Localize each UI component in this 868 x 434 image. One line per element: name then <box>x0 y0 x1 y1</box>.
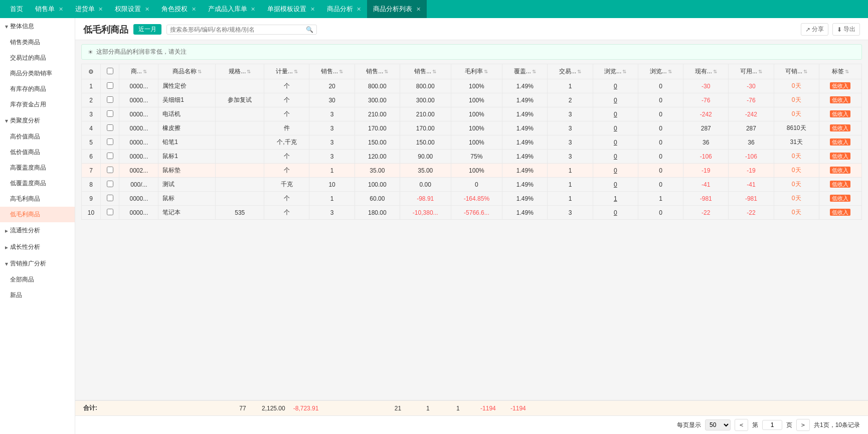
col-available-stock[interactable]: 可用...⇅ <box>729 64 774 79</box>
row-select-checkbox[interactable] <box>107 124 113 131</box>
row-checkbox[interactable] <box>101 206 119 220</box>
row-current-stock: -242 <box>683 107 729 121</box>
col-view2[interactable]: 浏览...⇅ <box>638 64 683 79</box>
row-view1[interactable]: 0 <box>593 206 638 220</box>
sidebar-group-growth[interactable]: ▸ 成长性分析 <box>0 239 75 255</box>
nav-analysis-list[interactable]: 商品分析列表 ✕ <box>367 0 427 18</box>
sidebar-item-high-coverage[interactable]: 高覆盖度商品 <box>0 160 75 176</box>
row-select-checkbox[interactable] <box>107 110 113 117</box>
row-select-checkbox[interactable] <box>107 195 113 201</box>
page-number-input[interactable] <box>762 420 782 430</box>
row-sales-amount: 120.00 <box>355 150 400 164</box>
col-current-stock[interactable]: 现有...⇅ <box>683 64 729 79</box>
col-view1[interactable]: 浏览...⇅ <box>593 64 638 79</box>
sidebar-item-in-stock[interactable]: 有库存的商品 <box>0 81 75 97</box>
sidebar-item-high-value[interactable]: 高价值商品 <box>0 129 75 144</box>
col-settings[interactable]: ⚙ <box>82 64 101 79</box>
table-wrapper[interactable]: ⚙ 商...⇅ 商品名称⇅ 规格...⇅ 计量...⇅ 销售...⇅ 销售...… <box>75 64 868 400</box>
sidebar-item-category-rate[interactable]: 商品分类助销率 <box>0 66 75 81</box>
nav-template[interactable]: 单据模板设置 ✕ <box>261 0 321 18</box>
row-select-checkbox[interactable] <box>107 82 113 89</box>
row-gross-margin: 100% <box>451 93 502 107</box>
close-icon[interactable]: ✕ <box>416 6 421 12</box>
search-box: 🔍 <box>166 25 317 35</box>
nav-product-entry[interactable]: 产成品入库单 ✕ <box>202 0 262 18</box>
row-select-checkbox[interactable] <box>107 181 113 187</box>
col-spec[interactable]: 规格...⇅ <box>216 64 264 79</box>
col-checkbox[interactable] <box>101 64 119 79</box>
sidebar-item-traded[interactable]: 交易过的商品 <box>0 50 75 66</box>
row-select-checkbox[interactable] <box>107 167 113 173</box>
close-icon[interactable]: ✕ <box>251 6 255 12</box>
search-input[interactable] <box>170 26 304 33</box>
row-select-checkbox[interactable] <box>107 138 113 145</box>
sidebar-item-capital[interactable]: 库存资金占用 <box>0 97 75 112</box>
row-view1[interactable]: 0 <box>593 178 638 192</box>
col-transaction[interactable]: 交易...⇅ <box>548 64 593 79</box>
col-name[interactable]: 商品名称⇅ <box>158 64 216 79</box>
close-icon[interactable]: ✕ <box>98 6 103 12</box>
sidebar-item-all-goods[interactable]: 全部商品 <box>0 272 75 287</box>
close-icon[interactable]: ✕ <box>357 6 361 12</box>
row-coverage: 1.49% <box>502 107 548 121</box>
col-coverage[interactable]: 覆盖...⇅ <box>502 64 548 79</box>
search-icon[interactable]: 🔍 <box>306 26 313 33</box>
row-select-checkbox[interactable] <box>107 153 113 159</box>
select-all-checkbox[interactable] <box>107 68 113 74</box>
next-page-btn[interactable]: ＞ <box>796 419 810 431</box>
row-view1[interactable]: 1 <box>593 192 638 206</box>
row-view1[interactable]: 0 <box>593 93 638 107</box>
row-view1[interactable]: 0 <box>593 79 638 93</box>
row-checkbox[interactable] <box>101 107 119 121</box>
col-sales-qty[interactable]: 销售...⇅ <box>309 64 355 79</box>
col-code[interactable]: 商...⇅ <box>119 64 158 79</box>
export-button[interactable]: ⬇ 导出 <box>832 23 860 36</box>
row-checkbox[interactable] <box>101 135 119 150</box>
row-checkbox[interactable] <box>101 79 119 93</box>
nav-analysis[interactable]: 商品分析 ✕ <box>321 0 368 18</box>
row-select-checkbox[interactable] <box>107 96 113 103</box>
recent-btn[interactable]: 近一月 <box>133 24 161 35</box>
row-view1[interactable]: 0 <box>593 135 638 150</box>
col-gross-margin[interactable]: 毛利率⇅ <box>451 64 502 79</box>
row-view1[interactable]: 0 <box>593 107 638 121</box>
close-icon[interactable]: ✕ <box>192 6 196 12</box>
per-page-select[interactable]: 50 100 200 <box>705 419 731 430</box>
row-select-checkbox[interactable] <box>107 209 113 215</box>
sidebar-group-marketing[interactable]: ▾ 营销推广分析 <box>0 255 75 272</box>
row-checkbox[interactable] <box>101 150 119 164</box>
col-sales-profit[interactable]: 销售...⇅ <box>400 64 451 79</box>
col-unit[interactable]: 计量...⇅ <box>264 64 309 79</box>
row-checkbox[interactable] <box>101 192 119 206</box>
sidebar-item-sales-goods[interactable]: 销售类商品 <box>0 35 75 50</box>
row-view1[interactable]: 0 <box>593 150 638 164</box>
close-icon[interactable]: ✕ <box>310 6 315 12</box>
row-checkbox[interactable] <box>101 93 119 107</box>
share-button[interactable]: ↗ 分享 <box>801 23 828 36</box>
col-sales-amount[interactable]: 销售...⇅ <box>355 64 400 79</box>
col-sellable-days[interactable]: 可销...⇅ <box>774 64 819 79</box>
nav-role[interactable]: 角色授权 ✕ <box>155 0 202 18</box>
col-tag[interactable]: 标签⇅ <box>819 64 861 79</box>
row-checkbox[interactable] <box>101 121 119 135</box>
sidebar-item-low-value[interactable]: 低价值商品 <box>0 144 75 160</box>
close-icon[interactable]: ✕ <box>145 6 149 12</box>
row-checkbox[interactable] <box>101 164 119 178</box>
sidebar-item-high-margin[interactable]: 高毛利商品 <box>0 191 75 207</box>
row-view1[interactable]: 0 <box>593 121 638 135</box>
row-view1[interactable]: 0 <box>593 164 638 178</box>
sidebar-group-overall[interactable]: ▾ 整体信息 <box>0 18 75 35</box>
row-checkbox[interactable] <box>101 178 119 192</box>
nav-permission[interactable]: 权限设置 ✕ <box>109 0 155 18</box>
nav-home[interactable]: 首页 <box>4 0 29 18</box>
row-coverage: 1.49% <box>502 192 548 206</box>
nav-purchase[interactable]: 进货单 ✕ <box>69 0 109 18</box>
nav-sales[interactable]: 销售单 ✕ <box>29 0 69 18</box>
sidebar-item-low-coverage[interactable]: 低覆盖度商品 <box>0 176 75 191</box>
close-icon[interactable]: ✕ <box>59 6 63 12</box>
sidebar-item-new-goods[interactable]: 新品 <box>0 287 75 303</box>
sidebar-item-low-margin[interactable]: 低毛利商品 <box>0 207 75 222</box>
sidebar-group-cluster[interactable]: ▾ 类聚度分析 <box>0 112 75 129</box>
prev-page-btn[interactable]: ＜ <box>735 419 748 431</box>
sidebar-group-circulation[interactable]: ▸ 流通性分析 <box>0 222 75 239</box>
